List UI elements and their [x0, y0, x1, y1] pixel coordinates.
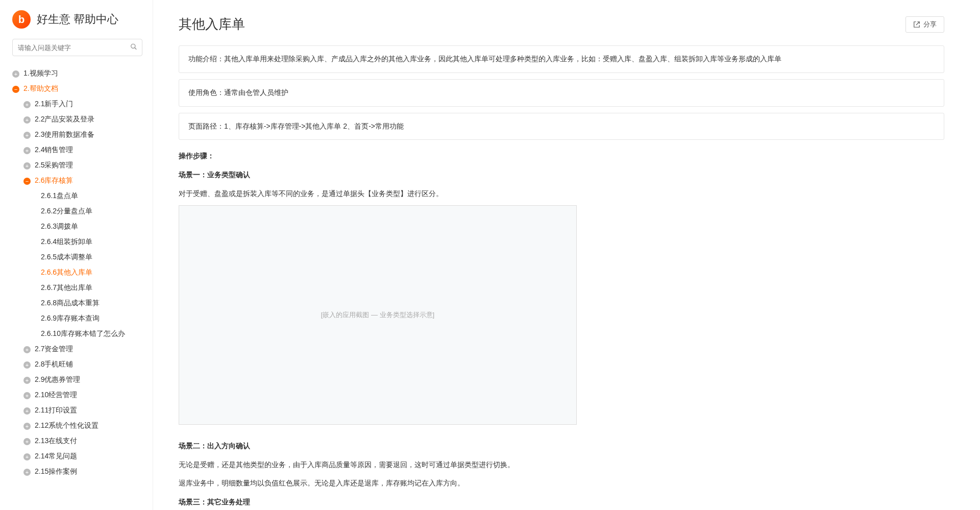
nav-item-2-6-1[interactable]: 2.6.1盘点单: [12, 188, 142, 203]
nav-item-2-6-8[interactable]: 2.6.8商品成本重算: [12, 295, 142, 310]
nav-item-2-6-2[interactable]: 2.6.2分量盘点单: [12, 203, 142, 218]
plus-icon: +: [23, 101, 31, 108]
nav-item-2-2[interactable]: +2.2产品安装及登录: [12, 111, 142, 127]
role-label: 使用角色：: [188, 88, 224, 96]
nav-item-docs[interactable]: −2.帮助文档: [12, 81, 142, 96]
nav-item-2-4[interactable]: +2.4销售管理: [12, 142, 142, 157]
search-input[interactable]: [12, 39, 142, 56]
intro-label: 功能介绍：: [188, 55, 224, 63]
plus-icon: +: [23, 162, 31, 169]
main-content: 其他入库单 分享 功能介绍：其他入库单用来处理除采购入库、产成品入库之外的其他入…: [153, 0, 970, 510]
sidebar: b 好生意 帮助中心 +1.视频学习 −2.帮助文档 +2.1新手入门 +2.2…: [0, 0, 153, 510]
plus-icon: +: [23, 377, 31, 384]
scene2-title: 场景二：出入方向确认: [179, 439, 944, 453]
app-title: 好生意 帮助中心: [37, 12, 118, 27]
plus-icon: +: [23, 116, 31, 124]
intro-card: 功能介绍：其他入库单用来处理除采购入库、产成品入库之外的其他入库业务，因此其他入…: [179, 45, 944, 73]
nav-item-2-15[interactable]: +2.15操作案例: [12, 464, 142, 479]
nav-item-2-6-4[interactable]: 2.6.4组装拆卸单: [12, 234, 142, 249]
plus-icon: +: [23, 132, 31, 139]
scene1-title: 场景一：业务类型确认: [179, 168, 944, 182]
nav-item-2-8[interactable]: +2.8手机旺铺: [12, 356, 142, 372]
path-label: 页面路径：: [188, 122, 224, 130]
plus-icon: +: [23, 453, 31, 460]
logo-icon: b: [12, 10, 31, 29]
plus-icon: +: [23, 392, 31, 399]
nav-item-2-7[interactable]: +2.7资金管理: [12, 341, 142, 356]
svg-line-1: [135, 47, 137, 50]
plus-icon: +: [23, 407, 31, 415]
plus-icon: +: [12, 70, 19, 78]
embedded-screenshot: [嵌入的应用截图 — 业务类型选择示意]: [179, 205, 577, 425]
plus-icon: +: [23, 361, 31, 369]
svg-point-0: [131, 44, 135, 48]
steps-title: 操作步骤：: [179, 149, 944, 163]
nav-item-2-10[interactable]: +2.10经营管理: [12, 387, 142, 402]
path-card: 页面路径：1、库存核算->库存管理->其他入库单 2、首页->常用功能: [179, 113, 944, 140]
nav-item-2-6[interactable]: −2.6库存核算: [12, 173, 142, 188]
nav-item-2-9[interactable]: +2.9优惠券管理: [12, 372, 142, 387]
minus-icon: −: [23, 178, 31, 185]
plus-icon: +: [23, 469, 31, 476]
content-body: 操作步骤： 场景一：业务类型确认 对于受赠、盘盈或是拆装入库等不同的业务，是通过…: [179, 149, 944, 510]
nav-item-video[interactable]: +1.视频学习: [12, 65, 142, 81]
nav-item-2-3[interactable]: +2.3使用前数据准备: [12, 127, 142, 142]
share-label: 分享: [923, 20, 937, 29]
nav-item-2-14[interactable]: +2.14常见问题: [12, 448, 142, 464]
screenshot-placeholder-text: [嵌入的应用截图 — 业务类型选择示意]: [321, 310, 434, 320]
nav-item-2-1[interactable]: +2.1新手入门: [12, 96, 142, 111]
nav-item-2-13[interactable]: +2.13在线支付: [12, 433, 142, 448]
nav-item-2-6-7[interactable]: 2.6.7其他出库单: [12, 280, 142, 295]
plus-icon: +: [23, 438, 31, 445]
minus-icon: −: [12, 86, 19, 93]
scene2-line2: 退库业务中，明细数量均以负值红色展示。无论是入库还是退库，库存账均记在入库方向。: [179, 476, 944, 490]
plus-icon: +: [23, 423, 31, 430]
nav-item-2-12[interactable]: +2.12系统个性化设置: [12, 418, 142, 433]
logo-row: b 好生意 帮助中心: [12, 10, 142, 29]
nav-item-2-6-3[interactable]: 2.6.3调拨单: [12, 218, 142, 234]
nav-item-2-6-6[interactable]: 2.6.6其他入库单: [12, 264, 142, 280]
search-icon[interactable]: [130, 43, 137, 52]
title-row: 其他入库单 分享: [179, 15, 944, 33]
plus-icon: +: [23, 147, 31, 154]
intro-text: 其他入库单用来处理除采购入库、产成品入库之外的其他入库业务，因此其他入库单可处理…: [224, 55, 781, 63]
plus-icon: +: [23, 346, 31, 353]
scene3-title: 场景三：其它业务处理: [179, 495, 944, 509]
nav-item-2-11[interactable]: +2.11打印设置: [12, 402, 142, 418]
nav-item-2-5[interactable]: +2.5采购管理: [12, 157, 142, 173]
path-text: 1、库存核算->库存管理->其他入库单 2、首页->常用功能: [224, 122, 404, 130]
role-text: 通常由仓管人员维护: [224, 88, 288, 96]
nav-tree: +1.视频学习 −2.帮助文档 +2.1新手入门 +2.2产品安装及登录 +2.…: [12, 65, 142, 479]
share-icon: [913, 21, 920, 28]
search-box: [12, 39, 142, 56]
scene2-line1: 无论是受赠，还是其他类型的业务，由于入库商品质量等原因，需要退回，这时可通过单据…: [179, 458, 944, 472]
page-title: 其他入库单: [179, 15, 245, 33]
nav-item-2-6-5[interactable]: 2.6.5成本调整单: [12, 249, 142, 264]
role-card: 使用角色：通常由仓管人员维护: [179, 79, 944, 107]
nav-item-2-6-9[interactable]: 2.6.9库存账本查询: [12, 310, 142, 326]
scene1-text: 对于受赠、盘盈或是拆装入库等不同的业务，是通过单据头【业务类型】进行区分。: [179, 187, 944, 201]
share-button[interactable]: 分享: [905, 16, 944, 33]
nav-item-2-6-10[interactable]: 2.6.10库存账本错了怎么办: [12, 326, 142, 341]
